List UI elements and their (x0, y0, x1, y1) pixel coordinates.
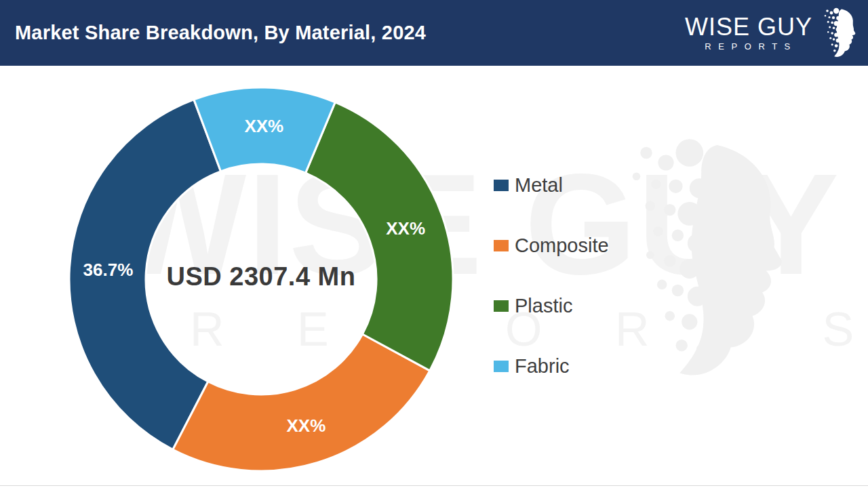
logo-text: WISE GUY R E P O R T S (685, 15, 812, 52)
slice-label-composite: XX% (286, 415, 326, 436)
donut-segment-plastic (306, 102, 453, 371)
bottom-divider (0, 485, 868, 486)
legend-swatch (494, 300, 509, 312)
wise-guy-logo: WISE GUY R E P O R T S (685, 5, 856, 61)
logo-subtitle: R E P O R T S (705, 41, 792, 52)
slice-label-plastic: XX% (386, 218, 425, 239)
page-title: Market Share Breakdown, By Material, 202… (15, 22, 426, 44)
slice-label-metal: 36.7% (83, 260, 134, 281)
legend-swatch (494, 180, 509, 191)
legend-swatch (494, 361, 509, 372)
legend-swatch (494, 240, 509, 251)
logo-face-icon (815, 5, 856, 61)
legend-label: Metal (515, 176, 563, 195)
legend-item-plastic: Plastic (494, 296, 609, 316)
report-canvas: Market Share Breakdown, By Material, 202… (0, 0, 868, 488)
header-bar: Market Share Breakdown, By Material, 202… (0, 0, 868, 66)
chart-center-value: USD 2307.4 Mn (167, 262, 356, 291)
chart-legend: MetalCompositePlasticFabric (494, 175, 609, 376)
legend-label: Plastic (515, 296, 572, 316)
legend-item-metal: Metal (494, 175, 609, 195)
legend-item-composite: Composite (494, 235, 609, 256)
legend-label: Composite (515, 236, 609, 256)
donut-segment-composite (173, 334, 430, 471)
slice-label-fabric: XX% (244, 116, 283, 137)
logo-wordmark: WISE GUY (685, 15, 812, 39)
legend-label: Fabric (515, 357, 570, 376)
donut-chart (0, 0, 868, 488)
legend-item-fabric: Fabric (494, 356, 609, 376)
